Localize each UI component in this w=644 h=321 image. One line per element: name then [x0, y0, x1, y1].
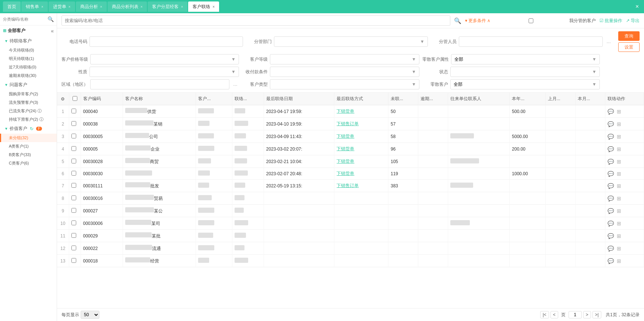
row-checkbox[interactable]	[71, 233, 76, 238]
more-conditions-btn[interactable]: ▾ 更多条件 ∧	[465, 18, 490, 24]
phone-input[interactable]	[89, 36, 243, 47]
sidebar-group-waiting[interactable]: ▼ 待联络客户	[0, 36, 57, 46]
filter-search-icon[interactable]: 🔍	[454, 17, 461, 24]
nature-select[interactable]: ▼	[89, 67, 239, 77]
contact-method-link[interactable]: 下销货单	[337, 171, 354, 176]
dept-select[interactable]: ▼	[274, 36, 427, 47]
payment-select[interactable]: ▼	[270, 67, 419, 77]
customer-level-select[interactable]: ▼	[270, 54, 419, 64]
sidebar-item-churn-warning[interactable]: 流失预警客户(3)	[0, 98, 57, 107]
tab-product-analysis-list-close[interactable]: ×	[141, 5, 143, 9]
select-all-checkbox[interactable]	[73, 96, 77, 101]
chat-icon[interactable]: 💬	[608, 134, 614, 140]
tab-customer-segment[interactable]: 客户分层经客 ×	[148, 1, 187, 12]
search-input[interactable]	[61, 15, 450, 26]
chat-icon[interactable]: 💬	[608, 109, 614, 114]
grid-action-icon[interactable]: ⊞	[617, 146, 621, 152]
customer-type-select[interactable]: ▼	[270, 79, 419, 89]
sidebar-group-problem[interactable]: ▼ 问题客户	[0, 80, 57, 90]
grid-action-icon[interactable]: ⊞	[617, 159, 621, 165]
prev-page-btn[interactable]: <	[550, 311, 558, 318]
chat-icon[interactable]: 💬	[608, 146, 614, 152]
row-checkbox[interactable]	[71, 146, 76, 151]
sidebar-item-class-b[interactable]: B类客户(33)	[0, 151, 57, 159]
contact-method-link[interactable]: 下销货单	[337, 146, 354, 151]
region-select[interactable]	[90, 79, 229, 89]
batch-op-btn[interactable]: ☑ 批量操作	[599, 18, 622, 24]
sidebar-all-customers[interactable]: ⊞ 全部客户 «	[0, 25, 57, 36]
chat-icon[interactable]: 💬	[608, 159, 614, 165]
sidebar-item-today-waiting[interactable]: 今天待联络(0)	[0, 46, 57, 54]
grid-action-icon[interactable]: ⊞	[617, 195, 621, 201]
contact-method-link[interactable]: 下销货单	[337, 159, 354, 164]
my-customers-checkbox[interactable]	[494, 18, 568, 23]
row-checkbox[interactable]	[71, 258, 76, 263]
retail-attr-select[interactable]: 全部 ▼	[451, 54, 600, 64]
sidebar-group-value[interactable]: ▼ 价值客户 ↻ F	[0, 124, 57, 134]
tab-product-analysis-close[interactable]: ×	[100, 5, 102, 9]
sidebar-item-tomorrow-waiting[interactable]: 明天待联络(1)	[0, 54, 57, 63]
grid-action-icon[interactable]: ⊞	[617, 233, 621, 239]
grid-action-icon[interactable]: ⊞	[617, 171, 621, 177]
reset-button[interactable]: 设置	[618, 42, 640, 52]
chat-icon[interactable]: 💬	[608, 121, 614, 127]
contact-method-link[interactable]: 下销货单	[337, 109, 354, 114]
row-checkbox[interactable]	[71, 109, 76, 113]
grid-action-icon[interactable]: ⊞	[617, 258, 621, 264]
sidebar-item-unclassified[interactable]: 未分组(32)	[0, 134, 57, 142]
row-checkbox[interactable]	[71, 171, 76, 176]
tab-customer-contact-close[interactable]: ×	[212, 5, 215, 9]
export-btn[interactable]: ↗ 导出	[626, 18, 640, 24]
sidebar-collapse-btn[interactable]: «	[51, 28, 54, 34]
retail-customer-select[interactable]: 全部 ▼	[450, 79, 600, 89]
sidebar-search-input[interactable]	[3, 17, 47, 21]
row-checkbox[interactable]	[71, 134, 76, 138]
chat-icon[interactable]: 💬	[608, 171, 614, 177]
chat-icon[interactable]: 💬	[608, 221, 614, 226]
row-checkbox[interactable]	[71, 195, 76, 200]
page-number-input[interactable]	[569, 311, 582, 318]
sidebar-search-icon[interactable]: 🔍	[47, 16, 54, 22]
chat-icon[interactable]: 💬	[608, 208, 614, 214]
per-page-select[interactable]: 50 100 200	[81, 311, 99, 319]
chat-icon[interactable]: 💬	[608, 246, 614, 251]
contact-method-link[interactable]: 下销售订单	[337, 121, 359, 126]
grid-action-icon[interactable]: ⊞	[617, 246, 621, 251]
tab-customer-contact[interactable]: 客户联络 ×	[188, 1, 219, 12]
grid-action-icon[interactable]: ⊞	[617, 134, 621, 140]
row-checkbox[interactable]	[71, 183, 76, 188]
next-page-btn[interactable]: >	[583, 311, 591, 318]
tab-sales-order-close[interactable]: ×	[41, 5, 43, 9]
row-checkbox[interactable]	[71, 208, 76, 213]
sidebar-item-hoarding-abnormal[interactable]: 囤购异常客户(2)	[0, 90, 57, 98]
price-level-select[interactable]: ▼	[90, 54, 239, 64]
chat-icon[interactable]: 💬	[608, 258, 614, 264]
grid-action-icon[interactable]: ⊞	[617, 208, 621, 214]
tab-home[interactable]: 首页	[3, 1, 21, 12]
contact-method-link[interactable]: 下销货单	[337, 134, 354, 139]
settings-icon[interactable]: ⚙	[59, 96, 67, 102]
sidebar-item-class-c[interactable]: C类客户(6)	[0, 159, 57, 167]
row-checkbox[interactable]	[71, 159, 76, 163]
grid-action-icon[interactable]: ⊞	[617, 109, 621, 114]
chat-icon[interactable]: 💬	[608, 233, 614, 239]
sidebar-item-declining[interactable]: 持续下滑客户(2) ⓘ	[0, 115, 57, 124]
tab-sales-order[interactable]: 销售单 ×	[21, 1, 48, 12]
person-more-btn[interactable]: …	[605, 39, 612, 44]
sidebar-item-overdue-contact[interactable]: 逾期未联络(30)	[0, 71, 57, 80]
row-checkbox[interactable]	[71, 246, 76, 250]
my-customers-checkbox-container[interactable]: 我分管的客户	[494, 18, 596, 24]
sidebar-item-class-a[interactable]: A类客户(1)	[0, 142, 57, 151]
grid-action-icon[interactable]: ⊞	[617, 121, 621, 127]
first-page-btn[interactable]: |<	[540, 311, 549, 318]
grid-action-icon[interactable]: ⊞	[617, 183, 621, 189]
row-checkbox[interactable]	[71, 221, 76, 225]
grid-action-icon[interactable]: ⊞	[617, 221, 621, 226]
status-select[interactable]: ▼	[450, 67, 600, 77]
chat-icon[interactable]: 💬	[608, 183, 614, 189]
close-all-tabs[interactable]: ×	[633, 3, 641, 11]
chat-icon[interactable]: 💬	[608, 195, 614, 201]
tab-purchase-order[interactable]: 进货单 ×	[49, 1, 75, 12]
tab-purchase-order-close[interactable]: ×	[68, 5, 71, 9]
row-checkbox[interactable]	[71, 121, 76, 126]
